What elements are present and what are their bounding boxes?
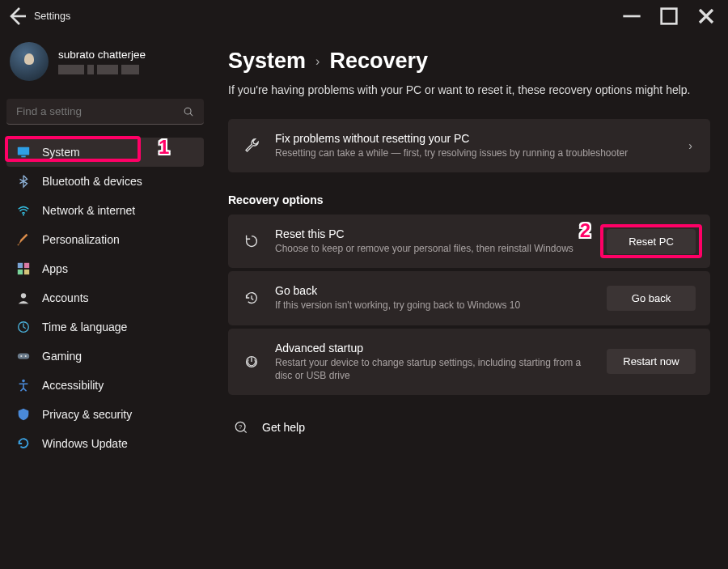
display-icon [16,145,31,159]
svg-point-13 [25,355,27,357]
go-back-button[interactable]: Go back [607,286,696,311]
fix-problems-card[interactable]: Fix problems without resetting your PC R… [228,119,710,172]
power-settings-icon [243,353,260,371]
bluetooth-icon [16,174,31,189]
main-content: System › Recovery If you're having probl… [210,32,728,569]
svg-point-9 [21,293,26,298]
sidebar-item-apps[interactable]: Apps [6,254,204,283]
gaming-icon [16,349,31,363]
svg-point-4 [23,214,24,215]
section-title-recovery: Recovery options [228,193,710,206]
search-input[interactable] [16,105,183,117]
close-button[interactable] [688,3,725,29]
help-icon: ? [233,419,249,435]
wifi-icon [16,203,31,218]
sidebar-item-system[interactable]: System 1 [6,138,204,167]
titlebar: Settings [0,0,728,32]
minimize-button[interactable] [613,3,650,29]
annotation-number-1: 1 [159,136,169,159]
reset-pc-card: Reset this PC Choose to keep or remove y… [228,214,710,268]
restart-now-button[interactable]: Restart now [607,349,696,374]
sidebar-item-label: Time & language [42,321,127,333]
sidebar-item-label: Gaming [42,350,82,363]
card-subtitle: If this version isn't working, try going… [275,299,592,312]
card-subtitle: Restart your device to change startup se… [275,356,590,382]
svg-rect-6 [24,263,29,268]
svg-rect-5 [18,263,23,268]
accessibility-icon [16,378,31,393]
sidebar-item-label: Privacy & security [42,408,132,421]
svg-rect-0 [662,9,677,24]
window-title: Settings [34,11,70,22]
profile-block[interactable]: subrato chatterjee [6,39,204,91]
svg-rect-2 [18,147,29,155]
card-title: Fix problems without resetting your PC [275,132,671,145]
history-icon [243,289,260,307]
sidebar-item-accessibility[interactable]: Accessibility [6,371,204,400]
profile-name: subrato chatterjee [58,49,146,61]
update-icon [16,436,31,451]
card-title: Advanced startup [275,342,592,355]
sidebar-item-label: Bluetooth & devices [42,175,142,188]
search-icon [183,106,194,117]
clock-globe-icon [16,320,31,334]
breadcrumb-parent[interactable]: System [228,49,306,74]
sidebar-item-gaming[interactable]: Gaming [6,342,204,371]
svg-rect-3 [21,156,25,158]
sidebar-item-bluetooth[interactable]: Bluetooth & devices [6,167,204,196]
profile-email-redacted [58,65,146,74]
reset-icon [243,232,260,250]
svg-point-1 [184,108,191,114]
reset-pc-button[interactable]: Reset PC [607,229,696,254]
person-icon [16,291,31,305]
breadcrumb-current: Recovery [329,49,428,74]
sidebar-item-label: Apps [42,262,68,275]
paintbrush-icon [16,232,31,247]
sidebar-item-label: Network & internet [42,204,135,217]
sidebar-item-time-language[interactable]: Time & language [6,312,204,342]
svg-rect-7 [18,270,23,274]
sidebar-item-privacy[interactable]: Privacy & security [6,400,204,429]
get-help-link[interactable]: ? Get help [228,410,710,445]
go-back-card: Go back If this version isn't working, t… [228,271,710,325]
sidebar-item-label: Windows Update [42,437,128,450]
apps-icon [16,261,31,276]
get-help-label: Get help [262,421,305,434]
sidebar-item-label: System [42,146,80,159]
shield-icon [16,407,31,422]
chevron-right-icon: › [685,139,696,152]
sidebar-item-label: Personalization [42,233,120,246]
chevron-right-icon: › [315,54,320,69]
card-title: Reset this PC [275,227,592,240]
nav-list: System 1 Bluetooth & devices Network & i… [6,138,204,458]
svg-point-12 [20,355,22,357]
search-box[interactable] [6,99,204,125]
sidebar: subrato chatterjee System 1 Bluetooth & [0,32,210,569]
card-title: Go back [275,284,592,297]
sidebar-item-label: Accounts [42,291,89,304]
card-subtitle: Choose to keep or remove your personal f… [275,242,592,255]
back-button[interactable] [3,3,29,29]
sidebar-item-network[interactable]: Network & internet [6,196,204,225]
sidebar-item-update[interactable]: Windows Update [6,429,204,458]
sidebar-item-label: Accessibility [42,379,104,392]
page-description: If you're having problems with your PC o… [228,83,710,96]
wrench-icon [243,137,260,155]
svg-point-14 [22,380,25,383]
breadcrumb: System › Recovery [228,49,710,74]
sidebar-item-accounts[interactable]: Accounts [6,283,204,312]
svg-rect-8 [24,270,29,274]
maximize-button[interactable] [650,3,688,29]
svg-text:?: ? [239,423,242,431]
sidebar-item-personalization[interactable]: Personalization [6,225,204,254]
avatar [10,42,49,81]
card-subtitle: Resetting can take a while — first, try … [275,146,671,159]
advanced-startup-card: Advanced startup Restart your device to … [228,329,710,395]
svg-rect-11 [18,353,29,359]
